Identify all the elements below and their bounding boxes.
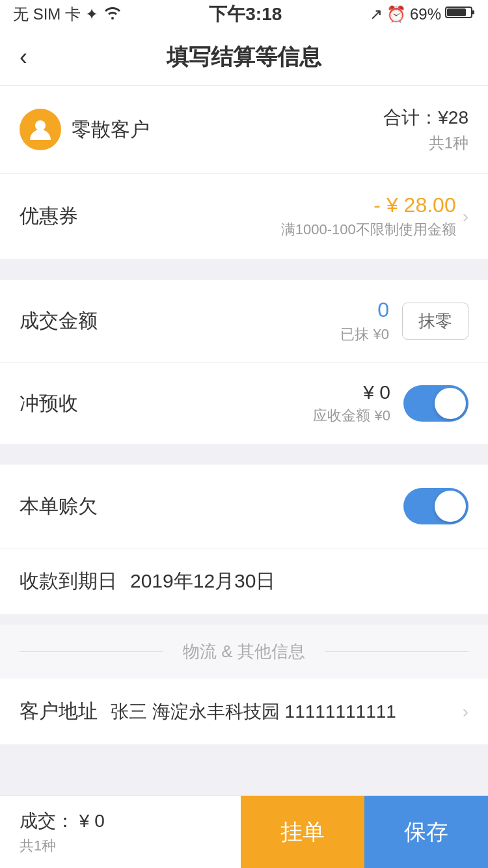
deal-amount-info: 0 已抹 ¥0 xyxy=(340,298,389,344)
battery-text: 69% xyxy=(410,5,441,23)
coupon-info: - ¥ 28.00 满1000-100不限制使用金额 xyxy=(281,193,456,239)
back-button[interactable]: ‹ xyxy=(20,44,27,71)
status-time: 下午3:18 xyxy=(209,2,282,27)
coupon-row[interactable]: 优惠券 - ¥ 28.00 满1000-100不限制使用金额 › xyxy=(0,173,488,259)
svg-rect-1 xyxy=(472,10,474,14)
deal-amount-right: 0 已抹 ¥0 抹零 xyxy=(340,298,468,344)
address-section: 客户地址 张三 海淀永丰科技园 11111111111 › xyxy=(0,679,488,744)
prepay-receivable: 应收金额 ¥0 xyxy=(313,406,390,426)
footer-deal: 成交： ¥ 0 xyxy=(20,809,221,834)
location-icon: ↗ xyxy=(370,5,383,23)
address-label: 客户地址 xyxy=(20,698,98,725)
sim-status: 无 SIM 卡 ✦ xyxy=(13,4,98,25)
deal-amount-value: 0 xyxy=(340,298,389,322)
deal-deducted: 已抹 ¥0 xyxy=(340,325,389,344)
footer: 成交： ¥ 0 共1种 挂单 保存 xyxy=(0,795,488,868)
coupon-amount: - ¥ 28.00 xyxy=(281,193,456,217)
deal-section: 成交金额 0 已抹 ¥0 抹零 冲预收 ¥ 0 应收金额 ¥0 xyxy=(0,280,488,444)
chevron-right-icon: › xyxy=(463,206,468,227)
footer-info: 成交： ¥ 0 共1种 xyxy=(0,796,241,868)
deal-amount-label: 成交金额 xyxy=(20,308,98,334)
save-button[interactable]: 保存 xyxy=(364,796,488,868)
logistics-divider: 物流 & 其他信息 xyxy=(0,625,488,679)
address-chevron-icon: › xyxy=(463,701,468,722)
due-date-value: 2019年12月30日 xyxy=(130,568,275,595)
customer-count: 共1种 xyxy=(383,133,468,154)
coupon-right: - ¥ 28.00 满1000-100不限制使用金额 › xyxy=(281,193,468,239)
hold-button[interactable]: 挂单 xyxy=(241,796,364,868)
prepay-right: ¥ 0 应收金额 ¥0 xyxy=(313,381,468,426)
customer-section: 零散客户 合计：¥28 共1种 优惠券 - ¥ 28.00 满1000-100不… xyxy=(0,86,488,259)
prepay-amount: ¥ 0 xyxy=(313,381,390,403)
wifi-icon xyxy=(103,5,122,23)
credit-toggle[interactable] xyxy=(403,488,468,524)
logistics-line-left xyxy=(20,651,163,652)
battery-icon xyxy=(445,5,475,23)
footer-count: 共1种 xyxy=(20,836,221,856)
credit-label: 本单赊欠 xyxy=(20,493,98,520)
customer-total: 合计：¥28 xyxy=(383,105,468,130)
section-divider-2 xyxy=(0,454,488,465)
prepay-toggle[interactable] xyxy=(403,385,468,422)
round-zero-button[interactable]: 抹零 xyxy=(402,303,468,340)
deal-amount-row: 成交金额 0 已抹 ¥0 抹零 xyxy=(0,280,488,363)
customer-right: 合计：¥28 共1种 xyxy=(383,105,468,154)
page-title: 填写结算等信息 xyxy=(167,42,321,72)
prepay-label: 冲预收 xyxy=(20,390,78,417)
svg-point-3 xyxy=(35,120,46,131)
credit-section: 本单赊欠 收款到期日 2019年12月30日 xyxy=(0,465,488,614)
customer-left: 零散客户 xyxy=(20,109,150,150)
section-divider-1 xyxy=(0,269,488,280)
status-bar: 无 SIM 卡 ✦ 下午3:18 ↗ ⏰ 69% xyxy=(0,0,488,29)
nav-bar: ‹ 填写结算等信息 xyxy=(0,29,488,86)
prepay-info: ¥ 0 应收金额 ¥0 xyxy=(313,381,390,426)
customer-row: 零散客户 合计：¥28 共1种 xyxy=(0,86,488,173)
due-date-row: 收款到期日 2019年12月30日 xyxy=(0,548,488,614)
prepay-row: 冲预收 ¥ 0 应收金额 ¥0 xyxy=(0,363,488,444)
avatar xyxy=(20,109,61,150)
credit-row: 本单赊欠 xyxy=(0,465,488,548)
address-row[interactable]: 客户地址 张三 海淀永丰科技园 11111111111 › xyxy=(0,679,488,744)
coupon-desc: 满1000-100不限制使用金额 xyxy=(281,220,456,239)
logistics-line-right xyxy=(325,651,468,652)
footer-deal-amount: ¥ 0 xyxy=(79,811,105,831)
due-date-label: 收款到期日 xyxy=(20,568,117,595)
status-right: ↗ ⏰ 69% xyxy=(370,5,475,23)
footer-deal-label: 成交： xyxy=(20,811,74,831)
svg-rect-2 xyxy=(447,8,466,16)
coupon-label: 优惠券 xyxy=(20,203,78,230)
address-value: 张三 海淀永丰科技园 11111111111 xyxy=(111,699,463,724)
customer-name: 零散客户 xyxy=(72,116,150,143)
logistics-text: 物流 & 其他信息 xyxy=(183,640,305,663)
status-left: 无 SIM 卡 ✦ xyxy=(13,4,122,25)
alarm-icon: ⏰ xyxy=(386,5,406,23)
